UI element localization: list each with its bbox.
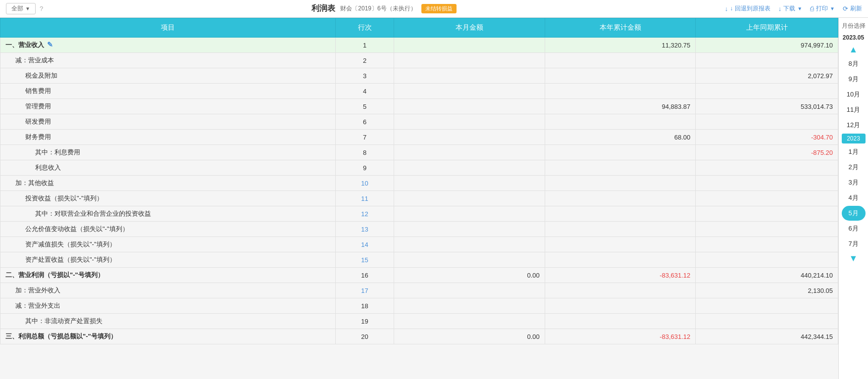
sidebar-month-10[interactable]: 5月	[842, 206, 866, 221]
sidebar-month-12[interactable]: 7月	[842, 237, 866, 251]
sidebar-month-0[interactable]: 8月	[842, 56, 866, 71]
td-row-14: 15	[335, 252, 394, 268]
sidebar-month-6[interactable]: 1月	[842, 144, 866, 159]
td-year-10	[545, 191, 696, 206]
td-month-11	[394, 206, 545, 222]
report-title: 利润表	[311, 3, 335, 14]
td-item-11: 其中：对联营企业和合营企业的投资收益	[0, 206, 336, 222]
table-row: 加：营业外收入172,130.05	[0, 283, 838, 298]
td-month-4	[394, 99, 545, 114]
td-row-17: 18	[335, 298, 394, 314]
table-row: 研发费用6	[0, 114, 838, 130]
td-lastyear-6: -304.70	[696, 130, 838, 145]
td-month-17	[394, 298, 545, 314]
badge-unexec: 未结转损益	[421, 4, 457, 13]
table-area: 项目 行次 本月金额 本年累计金额 上年同期累计 一、营业收入✎111,320.…	[0, 18, 838, 379]
edit-icon-0[interactable]: ✎	[47, 41, 53, 48]
td-row-11: 12	[335, 206, 394, 222]
td-lastyear-8	[696, 160, 838, 176]
refresh-icon: ⟳	[843, 5, 848, 12]
td-row-18: 19	[335, 314, 394, 329]
td-row-1: 2	[335, 53, 394, 68]
nav-print-button[interactable]: ⎙ 打印 ▼	[810, 4, 835, 13]
sidebar-month-11[interactable]: 6月	[842, 221, 866, 236]
table-row: 利息收入9	[0, 160, 838, 176]
td-lastyear-9	[696, 176, 838, 191]
top-bar-right: ↓ ↓ 回退到原报表 ↓ 下载 ▼ ⎙ 打印 ▼ ⟳ 刷新	[725, 4, 862, 13]
td-lastyear-17	[696, 298, 838, 314]
td-item-19: 三、利润总额（亏损总额以"-"号填列）	[0, 329, 336, 344]
td-year-19: -83,631.12	[545, 329, 696, 344]
table-row: 资产处置收益（损失以"-"填列）15	[0, 252, 838, 268]
td-lastyear-5	[696, 114, 838, 130]
table-row: 其中：非流动资产处置损失19	[0, 314, 838, 329]
td-row-2: 3	[335, 68, 394, 84]
td-item-13: 资产减值损失（损失以"-"填列）	[0, 237, 336, 252]
td-month-7	[394, 145, 545, 160]
td-lastyear-0: 974,997.10	[696, 38, 838, 53]
td-row-0: 1	[335, 38, 394, 53]
td-year-2	[545, 68, 696, 84]
help-icon[interactable]: ?	[40, 5, 43, 12]
td-month-18	[394, 314, 545, 329]
table-row: 二、营业利润（亏损以"-"号填列）160.00-83,631.12440,214…	[0, 268, 838, 283]
td-row-19: 20	[335, 329, 394, 344]
table-row: 管理费用594,883.87533,014.73	[0, 99, 838, 114]
nav-download-button[interactable]: ↓ 下载 ▼	[778, 4, 802, 13]
td-row-4: 5	[335, 99, 394, 114]
report-subtitle: 财会〔2019〕6号（未执行）	[340, 4, 416, 13]
sidebar-months-container: 8月9月10月11月12月20231月2月3月4月5月6月7月	[842, 56, 866, 252]
td-lastyear-14	[696, 252, 838, 268]
td-month-13	[394, 237, 545, 252]
table-header-row: 项目 行次 本月金额 本年累计金额 上年同期累计	[0, 18, 838, 38]
td-item-8: 利息收入	[0, 160, 336, 176]
td-item-12: 公允价值变动收益（损失以"-"填列）	[0, 222, 336, 237]
td-item-9: 加：其他收益	[0, 176, 336, 191]
td-item-2: 税金及附加	[0, 68, 336, 84]
td-month-16	[394, 283, 545, 298]
back-icon: ↓	[725, 5, 728, 12]
td-month-10	[394, 191, 545, 206]
td-lastyear-19: 442,344.15	[696, 329, 838, 344]
sidebar-year-display: 2023.05	[842, 32, 865, 43]
td-month-6	[394, 130, 545, 145]
td-item-18: 其中：非流动资产处置损失	[0, 314, 336, 329]
sidebar-month-2[interactable]: 10月	[842, 87, 866, 102]
td-year-1	[545, 53, 696, 68]
sidebar-month-3[interactable]: 11月	[842, 102, 866, 117]
nav-refresh-button[interactable]: ⟳ 刷新	[843, 4, 862, 13]
sidebar-month-9[interactable]: 4月	[842, 190, 866, 205]
td-month-1	[394, 53, 545, 68]
th-year: 本年累计金额	[545, 18, 696, 38]
sidebar-month-5[interactable]: 2023	[842, 134, 866, 143]
report-table: 项目 行次 本月金额 本年累计金额 上年同期累计 一、营业收入✎111,320.…	[0, 18, 838, 344]
td-row-6: 7	[335, 130, 394, 145]
td-item-6: 财务费用	[0, 130, 336, 145]
top-bar-center: 利润表 财会〔2019〕6号（未执行） 未结转损益	[311, 3, 456, 14]
td-year-18	[545, 314, 696, 329]
td-row-12: 13	[335, 222, 394, 237]
sidebar-month-8[interactable]: 3月	[842, 175, 866, 190]
table-row: 资产减值损失（损失以"-"填列）14	[0, 237, 838, 252]
td-item-7: 其中：利息费用	[0, 145, 336, 160]
dropdown-all[interactable]: 全部 ▼	[6, 3, 36, 14]
nav-down-area: ▼	[849, 254, 858, 263]
td-year-17	[545, 298, 696, 314]
print-icon: ⎙	[810, 5, 814, 12]
td-item-0: 一、营业收入✎	[0, 38, 336, 53]
td-year-3	[545, 84, 696, 99]
nav-down-icon[interactable]: ▼	[849, 254, 858, 263]
td-lastyear-2: 2,072.97	[696, 68, 838, 84]
td-row-5: 6	[335, 114, 394, 130]
td-row-13: 14	[335, 237, 394, 252]
sidebar-month-7[interactable]: 2月	[842, 160, 866, 175]
td-year-6: 68.00	[545, 130, 696, 145]
nav-up-icon[interactable]: ▲	[849, 45, 858, 54]
table-row: 三、利润总额（亏损总额以"-"号填列）200.00-83,631.12442,3…	[0, 329, 838, 344]
nav-back-button[interactable]: ↓ ↓ 回退到原报表	[725, 4, 770, 13]
sidebar-month-1[interactable]: 9月	[842, 72, 866, 87]
td-item-17: 减：营业外支出	[0, 298, 336, 314]
table-row: 财务费用768.00-304.70	[0, 130, 838, 145]
sidebar-month-4[interactable]: 12月	[842, 118, 866, 133]
td-month-8	[394, 160, 545, 176]
